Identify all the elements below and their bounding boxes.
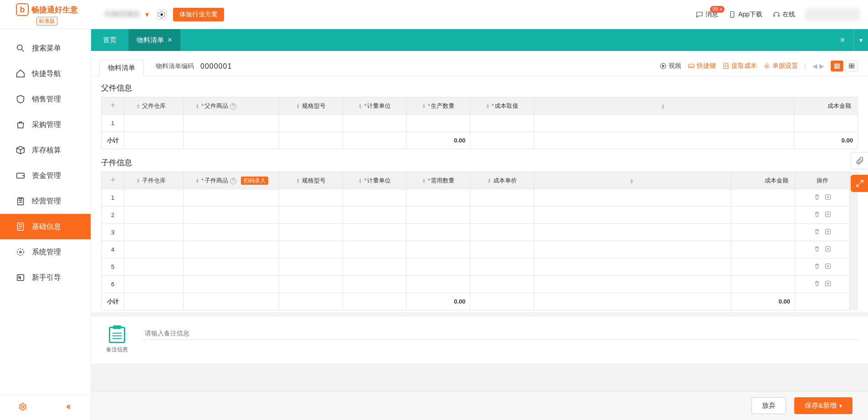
shortcut-button[interactable]: 快捷键 xyxy=(688,62,716,70)
doc-type-tab[interactable]: 物料清单 xyxy=(99,60,144,76)
clipboard-icon xyxy=(15,196,26,206)
child-col-blank[interactable]: ▲▼ xyxy=(534,172,731,189)
svg-rect-21 xyxy=(836,67,839,68)
child-col-needqty[interactable]: ▲▼*需用数量 xyxy=(407,172,470,189)
parent-col-blank[interactable]: ▲▼ xyxy=(534,97,794,115)
sidebar-item-search[interactable]: 搜索菜单 xyxy=(0,35,91,61)
child-col-unitcost[interactable]: ▲▼成本单价 xyxy=(470,172,534,189)
parent-col-spec[interactable]: ▲▼规格型号 xyxy=(279,97,343,115)
wallet-icon xyxy=(15,171,26,181)
child-col-warehouse[interactable]: ▲▼子件仓库 xyxy=(124,172,184,189)
sidebar-collapse-icon[interactable] xyxy=(63,402,72,413)
parent-table: ▲▼父件仓库 ▲▼*父件商品? ▲▼规格型号 ▲▼*计量单位 xyxy=(101,97,858,149)
sidebar-item-quicknav[interactable]: 快捷导航 xyxy=(0,61,91,86)
layout-list-icon[interactable] xyxy=(831,61,843,71)
prev-doc-icon[interactable]: ◀ xyxy=(812,62,817,70)
parent-col-qty[interactable]: ▲▼*生产数量 xyxy=(407,97,470,115)
svg-point-7 xyxy=(17,249,24,256)
child-col-costamt[interactable]: 成本金额 xyxy=(731,172,795,189)
add-row-icon[interactable] xyxy=(824,195,832,202)
add-row-icon[interactable] xyxy=(824,247,832,254)
add-row-icon[interactable] xyxy=(824,213,832,219)
add-row-icon[interactable] xyxy=(824,282,832,288)
doc-settings-button[interactable]: 单据设置 xyxy=(763,62,798,70)
row-index: 3 xyxy=(102,224,124,241)
sidebar-item-guide[interactable]: 新手引导 xyxy=(0,265,91,290)
next-doc-icon[interactable]: ▶ xyxy=(819,62,824,70)
child-table-row[interactable]: 4 xyxy=(102,241,850,258)
remark-section: 备注信息 xyxy=(91,317,868,364)
sidebar-item-system[interactable]: 系统管理 xyxy=(0,239,91,265)
store-selector[interactable]: 示例店铺名 ▼ xyxy=(104,10,150,19)
doc-code: 物料清单编码 0000001 xyxy=(156,62,232,76)
scan-input-button[interactable]: 扫码录入 xyxy=(241,177,268,185)
svg-rect-17 xyxy=(836,64,839,65)
delete-row-icon[interactable] xyxy=(813,247,821,254)
tab-close-icon[interactable]: × xyxy=(168,35,172,45)
layout-card-icon[interactable] xyxy=(845,61,858,71)
child-col-spec[interactable]: ▲▼规格型号 xyxy=(279,172,343,189)
subtotal-costamt: 0.00 xyxy=(731,293,795,310)
col-label: 需用数量 xyxy=(431,177,454,184)
search-icon xyxy=(15,43,26,53)
sidebar-settings-icon[interactable] xyxy=(18,402,27,413)
brand-mark-icon: b xyxy=(16,3,29,16)
messages-button[interactable]: 消息 99 + xyxy=(695,10,718,19)
child-col-gear[interactable] xyxy=(102,172,124,189)
tab-close-all-icon[interactable]: ✕ xyxy=(832,29,853,51)
sidebar-item-purchase[interactable]: 采购管理 xyxy=(0,112,91,137)
expand-icon[interactable] xyxy=(851,175,868,192)
sidebar-item-basicinfo[interactable]: 基础信息 xyxy=(0,214,91,239)
add-row-icon[interactable] xyxy=(824,230,832,237)
tab-home[interactable]: 首页 xyxy=(91,29,128,51)
col-label: 成本金额 xyxy=(827,102,851,109)
delete-row-icon[interactable] xyxy=(813,264,821,271)
row-ops xyxy=(795,241,850,258)
parent-col-costamt[interactable]: 成本金额 xyxy=(794,97,858,115)
sidebar-item-funds[interactable]: 资金管理 xyxy=(0,163,91,188)
parent-col-product[interactable]: ▲▼*父件商品? xyxy=(184,97,279,115)
delete-row-icon[interactable] xyxy=(813,195,821,202)
remark-input[interactable] xyxy=(143,327,858,340)
child-table-scrollbar[interactable] xyxy=(850,172,858,310)
trial-button[interactable]: 体验行业方案 xyxy=(173,8,224,21)
notepad-icon xyxy=(109,327,125,343)
child-table-row[interactable]: 6 xyxy=(102,276,850,293)
child-section: 子件信息 xyxy=(91,151,868,312)
headset-icon xyxy=(772,10,781,19)
add-row-icon[interactable] xyxy=(824,264,832,271)
extract-cost-button[interactable]: 提取成本 xyxy=(722,62,757,70)
save-new-button[interactable]: 保存&新增 ▾ xyxy=(794,397,853,414)
parent-col-warehouse[interactable]: ▲▼父件仓库 xyxy=(124,97,184,115)
sidebar-item-label: 基础信息 xyxy=(32,222,61,232)
delete-row-icon[interactable] xyxy=(813,230,821,237)
store-settings-icon[interactable] xyxy=(157,10,167,20)
attachment-icon[interactable] xyxy=(851,152,868,169)
child-table-row[interactable]: 2 xyxy=(102,207,850,224)
child-table-row[interactable]: 1 xyxy=(102,189,850,207)
app-download-link[interactable]: App下载 xyxy=(728,10,762,19)
sidebar-item-inventory[interactable]: 库存核算 xyxy=(0,137,91,163)
tab-more-icon[interactable]: ▾ xyxy=(853,29,868,51)
video-button[interactable]: 视频 xyxy=(659,62,681,70)
child-col-unit[interactable]: ▲▼*计量单位 xyxy=(343,172,407,189)
sidebar-item-operation[interactable]: 经营管理 xyxy=(0,188,91,214)
delete-row-icon[interactable] xyxy=(813,282,821,288)
parent-col-unit[interactable]: ▲▼*计量单位 xyxy=(343,97,407,115)
child-table-row[interactable]: 3 xyxy=(102,224,850,241)
child-col-product[interactable]: ▲▼*子件商品? 扫码录入 xyxy=(184,172,279,189)
parent-col-gear[interactable] xyxy=(102,97,124,115)
parent-col-costsrc[interactable]: ▲▼*成本取值 xyxy=(470,97,534,115)
delete-row-icon[interactable] xyxy=(813,213,821,219)
col-label: 父件仓库 xyxy=(142,102,166,109)
parent-table-row[interactable]: 1 xyxy=(102,115,858,132)
discard-button[interactable]: 放弃 xyxy=(751,397,786,414)
online-label: 在线 xyxy=(782,10,795,19)
sidebar-item-sales[interactable]: 销售管理 xyxy=(0,86,91,112)
col-label: 子件仓库 xyxy=(142,177,166,184)
child-col-op: 操作 xyxy=(795,172,850,189)
online-support-link[interactable]: 在线 xyxy=(772,10,795,19)
remark-label: 备注信息 xyxy=(106,346,128,354)
child-table-row[interactable]: 5 xyxy=(102,258,850,276)
tab-bom[interactable]: 物料清单 × xyxy=(128,29,180,51)
